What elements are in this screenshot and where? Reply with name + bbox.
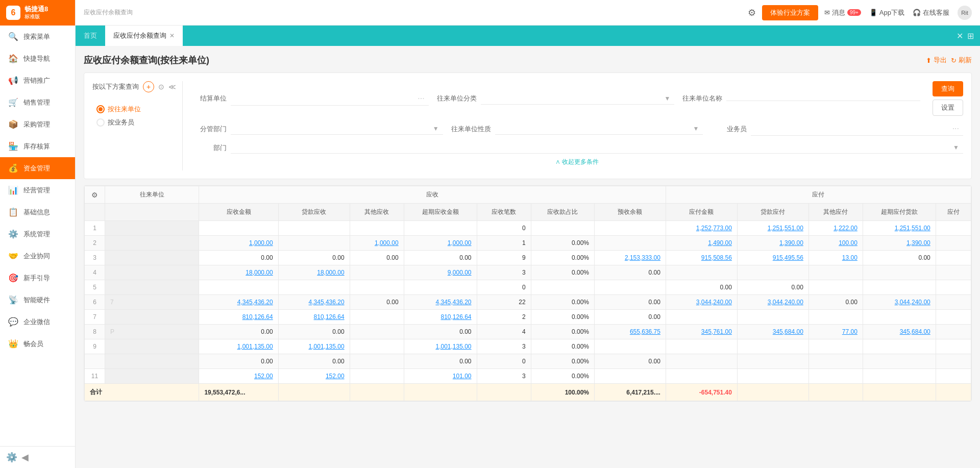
sidebar-item-sales[interactable]: 🛒 销售管理 (0, 91, 75, 113)
cell-loan_ar[interactable]: 1,001,135.00 (278, 339, 350, 354)
cell-loan_ar[interactable]: 152.00 (278, 369, 350, 384)
settlement-input[interactable]: ··· (231, 92, 429, 106)
customer-service-action[interactable]: 🎧 在线客服 (913, 8, 949, 17)
th-loan-ar: 贷款应收 (278, 204, 350, 221)
footer-ar[interactable]: 19,553,472,6... (199, 384, 278, 401)
add-filter-button[interactable]: + (143, 81, 154, 92)
sidebar-item-cooperation[interactable]: 🤝 企业协同 (0, 245, 75, 267)
cell-prepay[interactable]: 2,153,333.00 (595, 251, 666, 265)
cell-no: 5 (85, 280, 105, 295)
cell-overdue_ap[interactable]: 1,251,551.00 (863, 221, 936, 236)
table-settings-icon[interactable]: ⚙ (91, 191, 98, 199)
cell-ap[interactable]: 1,490.00 (666, 236, 737, 251)
export-button[interactable]: ⬆ 导出 (926, 56, 947, 65)
cell-overdue_ar[interactable]: 9,000.00 (404, 265, 477, 280)
cell-loan_ap[interactable]: 1,390.00 (737, 236, 808, 251)
settings-icon[interactable]: ⚙ (748, 7, 756, 18)
dept-select[interactable]: ▼ (231, 123, 443, 135)
cell-ap[interactable]: 915,508.56 (666, 251, 737, 265)
cell-overdue_ap[interactable]: 1,390.00 (863, 236, 936, 251)
cell-other_ap[interactable]: 1,222.00 (808, 221, 863, 236)
cell-ap[interactable]: 3,044,240.00 (666, 295, 737, 310)
sidebar-item-marketing[interactable]: 📢 营销推广 (0, 69, 75, 91)
cell-ar[interactable]: 152.00 (199, 369, 278, 384)
salesperson-input[interactable]: ··· (751, 122, 963, 136)
cell-loan_ap[interactable]: 915,495.56 (737, 251, 808, 265)
app-download-action[interactable]: 📱 App下载 (869, 8, 904, 17)
cell-loan_ar[interactable]: 810,126.64 (278, 310, 350, 325)
filter-option-partner[interactable]: 按往来单位 (92, 103, 176, 116)
sidebar-item-purchase[interactable]: 📦 采购管理 (0, 113, 75, 135)
sidebar-item-wechat[interactable]: 💬 企业微信 (0, 311, 75, 333)
cell-loan_ap[interactable]: 345,684.00 (737, 325, 808, 339)
cell-ar[interactable]: 1,000.00 (199, 236, 278, 251)
partner-name-input[interactable] (726, 96, 920, 101)
cell-ar_ratio: 0.00% (531, 265, 594, 280)
cell-overdue_ar[interactable]: 810,126.64 (404, 310, 477, 325)
cell-loan_ar[interactable]: 4,345,436.20 (278, 295, 350, 310)
sidebar-item-hardware[interactable]: 📡 智能硬件 (0, 289, 75, 311)
settings-bottom-icon[interactable]: ⚙️ (6, 452, 17, 463)
user-profile[interactable]: Rit (958, 6, 972, 20)
cell-partner: 7 (105, 295, 199, 310)
refresh-button[interactable]: ↻ 刷新 (951, 56, 972, 65)
cell-ar[interactable]: 1,001,135.00 (199, 339, 278, 354)
tab-home[interactable]: 首页 (76, 26, 105, 46)
cell-loan_ap (737, 265, 808, 280)
department-select[interactable]: ▼ (231, 142, 963, 154)
sidebar-item-operations[interactable]: 📊 经营管理 (0, 179, 75, 201)
sidebar-item-guide[interactable]: 🎯 新手引导 (0, 267, 75, 289)
tab-receivable[interactable]: 应收应付余额查询 ✕ (105, 26, 183, 46)
sidebar-item-member[interactable]: 👑 畅会员 (0, 333, 75, 355)
settings-button[interactable]: 设置 (933, 100, 963, 116)
cell-loan_ar[interactable]: 18,000.00 (278, 265, 350, 280)
cell-overdue_ar[interactable]: 1,001,135.00 (404, 339, 477, 354)
sidebar-label: 销售管理 (23, 98, 50, 107)
breadcrumb: 应收应付余额查询 (84, 8, 742, 17)
solution-button[interactable]: 体验行业方案 (762, 5, 818, 20)
th-ar-ratio: 应收款占比 (531, 204, 594, 221)
close-window-icon[interactable]: ✕ (957, 31, 963, 41)
cell-ap[interactable]: 345,761.00 (666, 325, 737, 339)
sidebar-item-quick-nav[interactable]: 🏠 快捷导航 (0, 47, 75, 69)
cell-ar[interactable]: 18,000.00 (199, 265, 278, 280)
partner-nature-select[interactable]: ▼ (495, 123, 703, 135)
collapse-sidebar-icon[interactable]: ◀ (21, 452, 29, 463)
cell-overdue_ar[interactable]: 1,000.00 (404, 236, 477, 251)
cell-other_ar[interactable]: 1,000.00 (350, 236, 404, 251)
cell-loan_ap[interactable]: 3,044,240.00 (737, 295, 808, 310)
cell-other_ap[interactable]: 13.00 (808, 251, 863, 265)
sidebar-item-basic-info[interactable]: 📋 基础信息 (0, 201, 75, 223)
sidebar-item-search-menu[interactable]: 🔍 搜索菜单 (0, 26, 75, 47)
table-group-header: ⚙ 往来单位 应收 应付 (85, 186, 971, 204)
cell-ar[interactable]: 810,126.64 (199, 310, 278, 325)
cell-overdue_ap[interactable]: 3,044,240.00 (863, 295, 936, 310)
cell-ar[interactable]: 4,345,436.20 (199, 295, 278, 310)
filter-fields: 结算单位 ··· 往来单位分类 ▼ (191, 81, 963, 170)
sidebar-item-system[interactable]: ⚙️ 系统管理 (0, 223, 75, 245)
cell-ar_ratio (531, 280, 594, 295)
filter-collapse-button[interactable]: ∧ 收起更多条件 (191, 154, 963, 170)
cell-ar_count: 3 (477, 265, 531, 280)
filter-option-salesperson[interactable]: 按业务员 (92, 116, 176, 129)
maximize-icon[interactable]: ⊞ (967, 31, 974, 41)
tab-close-icon[interactable]: ✕ (169, 32, 175, 39)
sidebar-item-finance[interactable]: 💰 资金管理 (0, 157, 75, 179)
filter-collapse-icon[interactable]: ≪ (168, 83, 176, 91)
sidebar-item-inventory[interactable]: 🏪 库存核算 (0, 135, 75, 157)
message-action[interactable]: ✉ 消息 99+ (824, 8, 861, 17)
filter-settings-icon[interactable]: ⊙ (158, 83, 164, 91)
footer-prepay[interactable]: 6,417,215.... (595, 384, 666, 401)
cell-other_ap[interactable]: 100.00 (808, 236, 863, 251)
cell-prepay: 0.00 (595, 295, 666, 310)
cell-overdue_ar[interactable]: 4,345,436.20 (404, 295, 477, 310)
query-button[interactable]: 查询 (933, 81, 963, 96)
cell-overdue_ar[interactable]: 101.00 (404, 369, 477, 384)
cell-overdue_ap[interactable]: 345,684.00 (863, 325, 936, 339)
sales-icon: 🛒 (8, 97, 18, 107)
cell-prepay[interactable]: 655,636.75 (595, 325, 666, 339)
cell-other_ap[interactable]: 77.00 (808, 325, 863, 339)
cell-loan_ap[interactable]: 1,251,551.00 (737, 221, 808, 236)
cell-ap[interactable]: 1,252,773.00 (666, 221, 737, 236)
partner-category-select[interactable]: ▼ (481, 93, 675, 105)
